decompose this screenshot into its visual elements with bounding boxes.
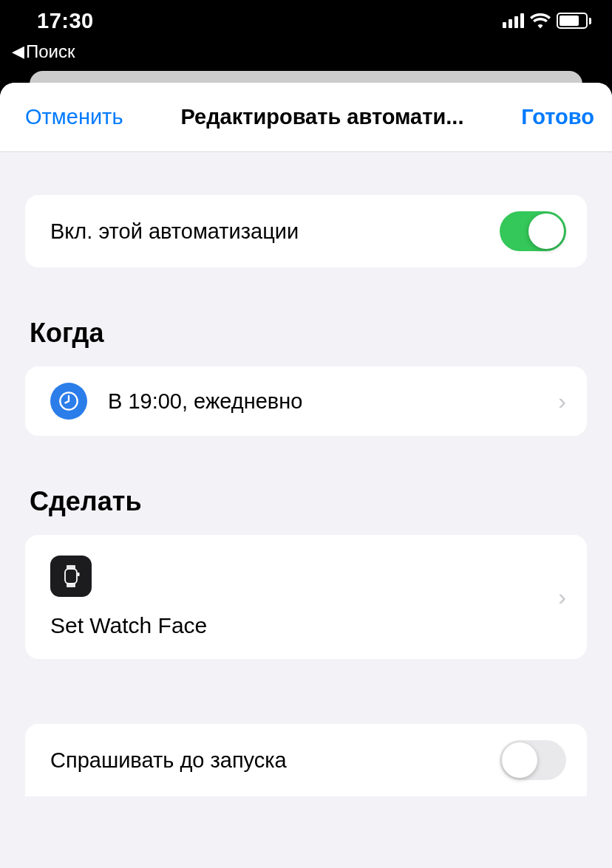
section-when-title: Когда (25, 318, 587, 349)
svg-rect-4 (78, 573, 80, 576)
caret-left-icon: ◀ (12, 42, 24, 61)
cancel-button[interactable]: Отменить (25, 105, 123, 129)
svg-rect-2 (67, 565, 75, 569)
svg-rect-3 (67, 584, 75, 587)
status-icons (503, 13, 591, 29)
when-label: В 19:00, ежедневно (108, 389, 558, 414)
section-do-title: Сделать (25, 486, 587, 517)
back-breadcrumb[interactable]: ◀ Поиск (0, 41, 612, 68)
chevron-right-icon: › (558, 388, 566, 415)
ask-label: Спрашивать до запуска (50, 748, 500, 773)
ask-row: Спрашивать до запуска (25, 724, 587, 796)
do-card[interactable]: Set Watch Face › (25, 535, 587, 659)
ask-card: Спрашивать до запуска (25, 724, 587, 796)
cellular-signal-icon (503, 13, 524, 28)
when-card[interactable]: В 19:00, ежедневно › (25, 366, 587, 436)
sheet-header: Отменить Редактировать автомати... Готов… (0, 83, 612, 152)
battery-icon (557, 13, 591, 29)
svg-rect-1 (65, 569, 77, 584)
sheet-content: Вкл. этой автоматизации Когда В 19:00, е… (0, 195, 612, 796)
page-title: Редактировать автомати... (123, 105, 522, 129)
status-time: 17:30 (37, 9, 94, 33)
chevron-right-icon: › (558, 584, 566, 611)
done-button[interactable]: Готово (521, 105, 594, 129)
action-label: Set Watch Face (50, 613, 558, 638)
enable-row: Вкл. этой автоматизации (25, 195, 587, 267)
status-bar: 17:30 (0, 0, 612, 41)
enable-label: Вкл. этой автоматизации (50, 219, 500, 244)
ask-toggle[interactable] (500, 740, 566, 780)
wifi-icon (530, 13, 551, 29)
enable-card: Вкл. этой автоматизации (25, 195, 587, 267)
clock-icon (50, 383, 87, 420)
breadcrumb-label: Поиск (26, 41, 75, 62)
modal-sheet: Отменить Редактировать автомати... Готов… (0, 83, 612, 868)
watch-app-icon (50, 556, 92, 597)
enable-toggle[interactable] (500, 211, 566, 251)
